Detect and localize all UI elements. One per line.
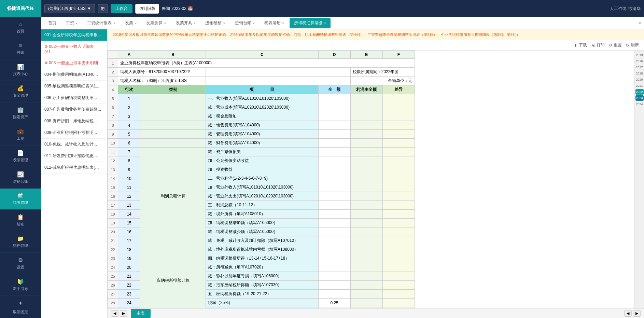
refresh-btn[interactable]: ⟳ 刷新 — [626, 42, 639, 48]
cell-profit[interactable] — [350, 165, 382, 174]
cell-profit[interactable] — [350, 103, 382, 112]
cell-seq[interactable]: 8 — [118, 156, 140, 165]
sheet-prev-btn[interactable]: ◀ — [111, 310, 118, 317]
sidebar-item-settlement[interactable]: 📋结账 — [0, 210, 41, 231]
cell-amount[interactable] — [318, 94, 350, 103]
cell-amount[interactable]: 0.25 — [318, 299, 350, 307]
sidebar-item-fund[interactable]: 💰资金管理 — [0, 81, 41, 102]
left-panel-item-010[interactable]: 010-免税、减计收入及加计... — [41, 139, 107, 150]
print-btn[interactable]: 🖨 打印 — [591, 42, 605, 48]
cell-diff[interactable] — [382, 281, 415, 290]
cell-amount[interactable] — [318, 103, 350, 112]
cell-item[interactable]: 减：免税、减计收入及加计扣除（填写A107010） — [206, 236, 318, 245]
cell-item[interactable]: 减：境外所得（填写A108010） — [206, 210, 318, 219]
scroll-right-btn[interactable]: ▶ — [633, 310, 641, 317]
sidebar-item-report[interactable]: 📊报表中心 — [0, 59, 41, 81]
cell-amount[interactable] — [318, 148, 350, 156]
cell-seq[interactable]: 9 — [118, 165, 140, 174]
cell-amount[interactable] — [318, 210, 350, 219]
sidebar-item-home[interactable]: ⌂首页 — [0, 17, 41, 38]
cell-item[interactable]: 减：资产减值损失 — [206, 148, 318, 156]
cell-diff[interactable] — [382, 156, 415, 165]
cell-amount[interactable] — [318, 263, 350, 272]
cell-profit[interactable] — [350, 121, 382, 130]
cell-item[interactable]: 一、营业收入(填写A101010\101020\103000) — [206, 94, 318, 103]
cell-diff[interactable] — [382, 227, 415, 236]
year-tag-2023[interactable]: 2023 — [635, 95, 644, 101]
year-tag-2016[interactable]: 2016 — [635, 58, 644, 64]
cell-seq[interactable]: 7 — [118, 148, 140, 156]
switch-version-btn[interactable]: 切到旧版 — [135, 4, 159, 14]
cell-amount[interactable] — [318, 281, 350, 290]
tab-invoice_open[interactable]: 发票开具× — [171, 18, 200, 28]
cell-diff[interactable] — [382, 139, 415, 148]
year-tag-2020[interactable]: 2020 — [635, 77, 644, 82]
cell-amount[interactable] — [318, 156, 350, 165]
cell-amount[interactable] — [318, 165, 350, 174]
cell-amount[interactable] — [318, 112, 350, 121]
cell-profit[interactable] — [350, 281, 382, 290]
year-tag-2021[interactable]: 2021 — [635, 83, 644, 88]
cell-profit[interactable] — [350, 299, 382, 307]
cell-seq[interactable]: 5 — [118, 130, 140, 139]
cell-profit[interactable] — [350, 112, 382, 121]
cell-amount[interactable] — [318, 192, 350, 201]
main-sheet-tab[interactable]: 主表 — [131, 309, 151, 318]
cell-diff[interactable] — [382, 290, 415, 299]
copy-btn[interactable]: ⊞ — [98, 4, 108, 13]
sidebar-item-assets[interactable]: 🏢固定资产 — [0, 102, 41, 124]
cell-seq[interactable]: 23 — [118, 290, 140, 299]
scroll-left-btn[interactable]: ◀ — [624, 310, 632, 317]
sidebar-item-archive[interactable]: 📁归档管理 — [0, 231, 41, 253]
tab-payroll_stat[interactable]: 工资统计报表× — [83, 18, 120, 28]
cell-item[interactable]: 加：营业外收入(填写A101010\101020\103000) — [206, 183, 318, 192]
cell-seq[interactable]: 4 — [118, 121, 140, 130]
cell-amount[interactable] — [318, 174, 350, 183]
cell-diff[interactable] — [382, 130, 415, 139]
cell-profit[interactable] — [350, 201, 382, 210]
cell-item[interactable]: 四、纳税调整后所得（13-14+15-16-17+18） — [206, 254, 318, 263]
cell-amount[interactable] — [318, 254, 350, 263]
cell-seq[interactable]: 3 — [118, 112, 140, 121]
cell-diff[interactable] — [382, 165, 415, 174]
left-panel-item-012[interactable]: 012-减免所得税优惠明细表(… — [41, 162, 107, 174]
cell-item[interactable]: 减：抵扣应纳税所得额（填写A107030） — [206, 281, 318, 290]
reset-btn[interactable]: ↺ 重置 — [609, 42, 622, 48]
cell-seq[interactable]: 17 — [118, 236, 140, 245]
cell-item[interactable]: 加：投资收益 — [206, 165, 318, 174]
cell-item[interactable]: 减：境外应税所得抵减境内亏损（填写A108000） — [206, 245, 318, 254]
cell-profit[interactable] — [350, 156, 382, 165]
cell-diff[interactable] — [382, 272, 415, 281]
cell-profit[interactable] — [350, 263, 382, 272]
cell-item[interactable]: 减：税金及附加 — [206, 112, 318, 121]
sidebar-item-guide[interactable]: 🔰新手引导 — [0, 274, 41, 296]
sidebar-item-ledger[interactable]: ≡总账 — [0, 38, 41, 59]
cell-seq[interactable]: 1 — [118, 94, 140, 103]
cell-profit[interactable] — [350, 139, 382, 148]
cell-profit[interactable] — [350, 290, 382, 299]
cell-diff[interactable] — [382, 112, 415, 121]
cell-seq[interactable]: 24 — [118, 299, 140, 307]
sheet-next-btn[interactable]: ▶ — [120, 310, 127, 317]
workbench-btn[interactable]: 工作台 — [111, 4, 132, 13]
cell-profit[interactable] — [350, 210, 382, 219]
cell-profit[interactable] — [350, 254, 382, 263]
close-tab-btn[interactable]: × — [638, 20, 641, 26]
left-panel-item-003[interactable]: ⊗ 003-一般企业成本支出明细... — [41, 57, 107, 69]
tab-sales_ledger[interactable]: 进销台账× — [230, 18, 259, 28]
cell-amount[interactable] — [318, 219, 350, 227]
cell-seq[interactable]: 6 — [118, 139, 140, 148]
left-panel-item-006[interactable]: 006-职工薪酬纳税调整明细... — [41, 92, 107, 104]
cell-profit[interactable] — [350, 236, 382, 245]
cell-profit[interactable] — [350, 219, 382, 227]
cell-amount[interactable] — [318, 130, 350, 139]
cell-seq[interactable]: 20 — [118, 263, 140, 272]
cell-diff[interactable] — [382, 201, 415, 210]
cell-diff[interactable] — [382, 121, 415, 130]
cell-profit[interactable] — [350, 94, 382, 103]
cell-profit[interactable] — [350, 192, 382, 201]
cell-amount[interactable] — [318, 290, 350, 299]
sidebar-item-invoice[interactable]: 📄发票管理 — [0, 146, 41, 167]
sidebar-item-member[interactable]: ♦畅会员 — [0, 296, 41, 306]
cell-amount[interactable] — [318, 183, 350, 192]
